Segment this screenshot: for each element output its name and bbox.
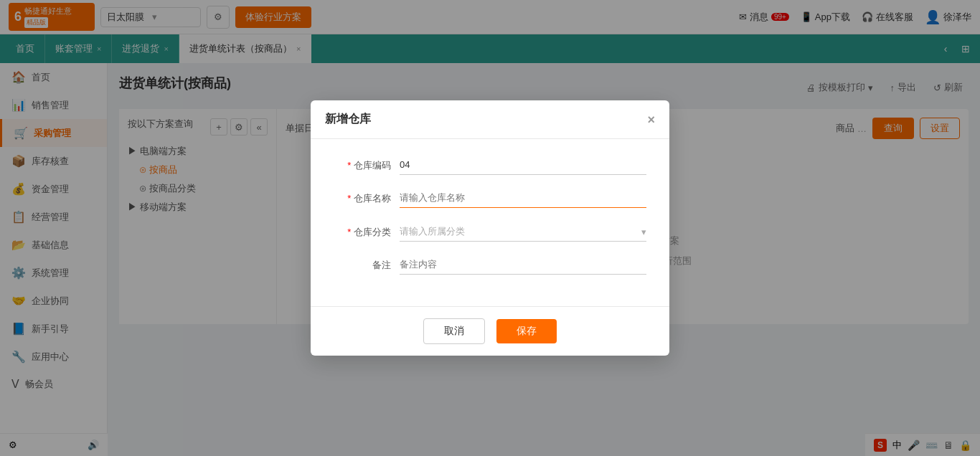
category-select[interactable]: 请输入所属分类 ▾ <box>400 222 646 242</box>
code-required-star: * <box>347 160 351 171</box>
note-input-wrapper <box>400 256 646 275</box>
code-input[interactable] <box>400 156 646 173</box>
form-row-code: * 仓库编码 <box>334 156 646 175</box>
name-required-star: * <box>347 193 351 204</box>
cancel-button[interactable]: 取消 <box>423 318 485 344</box>
category-placeholder: 请输入所属分类 <box>400 225 465 238</box>
modal-overlay[interactable]: 新增仓库 × * 仓库编码 * 仓库名称 <box>0 0 980 456</box>
new-warehouse-dialog: 新增仓库 × * 仓库编码 * 仓库名称 <box>311 100 669 356</box>
form-row-note: 备注 <box>334 256 646 275</box>
dialog-body: * 仓库编码 * 仓库名称 * <box>311 139 669 306</box>
name-label: * 仓库名称 <box>334 192 391 205</box>
code-input-wrapper <box>400 156 646 175</box>
note-input[interactable] <box>400 256 646 272</box>
note-label: 备注 <box>334 259 391 272</box>
form-row-category: * 仓库分类 请输入所属分类 ▾ <box>334 222 646 242</box>
name-input-wrapper <box>400 189 646 208</box>
category-label: * 仓库分类 <box>334 226 391 239</box>
dialog-title: 新增仓库 <box>325 112 371 127</box>
category-required-star: * <box>347 227 351 237</box>
form-row-name: * 仓库名称 <box>334 189 646 208</box>
code-label: * 仓库编码 <box>334 159 391 172</box>
category-arrow-icon: ▾ <box>641 227 646 237</box>
dialog-close-button[interactable]: × <box>647 113 655 126</box>
dialog-footer: 取消 保存 <box>311 306 669 356</box>
save-button[interactable]: 保存 <box>496 319 557 343</box>
dialog-header: 新增仓库 × <box>311 100 669 139</box>
name-input[interactable] <box>400 189 646 206</box>
